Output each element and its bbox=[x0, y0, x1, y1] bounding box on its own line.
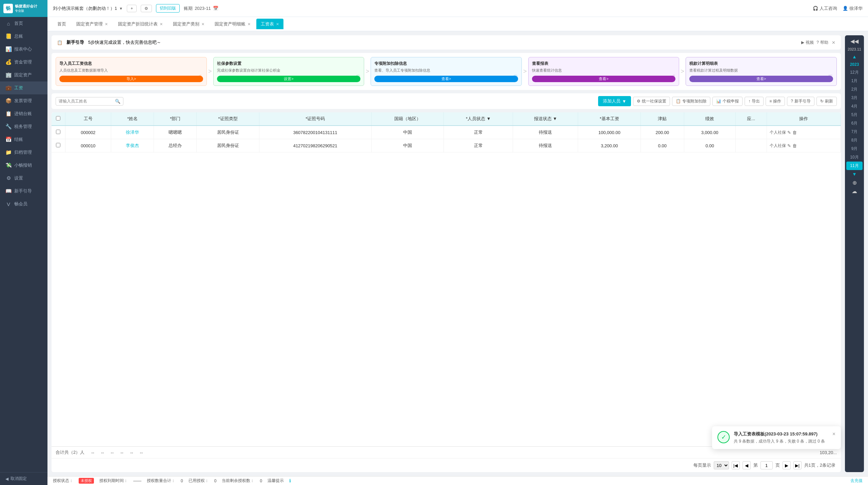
month-item-4月[interactable]: 4月 bbox=[846, 102, 863, 111]
toolbar-btn-新手引导[interactable]: ?新手引导 bbox=[787, 97, 814, 106]
tab-close-button[interactable]: ✕ bbox=[201, 22, 204, 26]
tab-首页[interactable]: 首页 bbox=[53, 19, 71, 29]
page-number-input[interactable] bbox=[761, 461, 773, 469]
tab-close-button[interactable]: ✕ bbox=[160, 22, 163, 26]
month-up-button[interactable]: ▲ bbox=[851, 53, 857, 60]
toolbar-btn-label: 导出 bbox=[752, 98, 760, 104]
action-social-security[interactable]: 个人社保 bbox=[770, 130, 786, 135]
last-page-button[interactable]: ▶| bbox=[793, 461, 802, 469]
notification-content: 导入工资表模板(2023-03-23 15:07:59.897) 共 9 条数据… bbox=[734, 431, 828, 444]
video-button[interactable]: ▶ 视频 bbox=[801, 40, 814, 45]
sidebar-item-小畅报销[interactable]: 💸小畅报销 bbox=[0, 159, 47, 172]
month-item-9月[interactable]: 9月 bbox=[846, 145, 863, 153]
switch-version-button[interactable]: 切到旧版 bbox=[156, 4, 180, 13]
nav-icon: 📒 bbox=[5, 33, 12, 39]
toolbar-btn-刷新[interactable]: ↻刷新 bbox=[816, 97, 837, 106]
month-item-2月[interactable]: 2月 bbox=[846, 85, 863, 94]
calendar-icon[interactable]: 📅 bbox=[213, 6, 218, 11]
employee-name-link[interactable]: 李俊杰 bbox=[126, 143, 139, 148]
toolbar-btn-操作[interactable]: ≡操作 bbox=[766, 97, 785, 106]
tab-close-button[interactable]: ✕ bbox=[276, 22, 279, 26]
month-item-6月[interactable]: 6月 bbox=[846, 119, 863, 128]
guide-close-button[interactable]: ✕ bbox=[832, 40, 835, 45]
summary-dash-4: -- bbox=[120, 450, 123, 455]
sidebar-item-结账[interactable]: 📅结账 bbox=[0, 133, 47, 146]
sidebar-item-总账[interactable]: 📒总账 bbox=[0, 30, 47, 43]
sidebar-item-设置[interactable]: ⚙设置 bbox=[0, 172, 47, 185]
sidebar-item-归档管理[interactable]: 📁归档管理 bbox=[0, 146, 47, 159]
year-label-item[interactable]: 2023 bbox=[846, 61, 863, 68]
step-btn[interactable]: 查看> bbox=[689, 76, 833, 82]
nav-label: 资金管理 bbox=[14, 59, 32, 65]
panel-collapse-button[interactable]: ◀◀ bbox=[850, 38, 859, 44]
sidebar-item-进销台账[interactable]: 📋进销台账 bbox=[0, 107, 47, 120]
toolbar-btn-个税申报[interactable]: 📊个税申报 bbox=[712, 97, 743, 106]
notification-close-button[interactable]: × bbox=[832, 431, 835, 437]
toolbar-btn-icon: 📊 bbox=[716, 99, 721, 104]
cell-report-status: 待报送 bbox=[513, 126, 578, 139]
tab-固定资产明细账[interactable]: 固定资产明细账✕ bbox=[210, 19, 255, 29]
row-checkbox[interactable] bbox=[56, 130, 60, 134]
add-account-button[interactable]: + bbox=[127, 5, 137, 12]
sidebar-item-资金管理[interactable]: 💰资金管理 bbox=[0, 56, 47, 69]
sidebar-item-畅会员[interactable]: V畅会员 bbox=[0, 198, 47, 210]
action-edit-icon[interactable]: ✎ bbox=[787, 130, 791, 135]
prev-page-button[interactable]: ◀ bbox=[743, 461, 751, 469]
month-item-1月[interactable]: 1月 bbox=[846, 77, 863, 85]
action-edit-icon[interactable]: ✎ bbox=[787, 143, 791, 148]
month-item-11月[interactable]: 11月 bbox=[846, 162, 863, 170]
step-btn[interactable]: 导入> bbox=[59, 76, 203, 82]
add-person-button[interactable]: 添加人员 ▼ bbox=[598, 96, 631, 106]
search-input[interactable] bbox=[59, 99, 113, 104]
cancel-pin-button[interactable]: ◀ 取消固定 bbox=[0, 472, 47, 485]
tab-close-button[interactable]: ✕ bbox=[105, 22, 108, 26]
nav-icon: ⚙ bbox=[5, 175, 12, 181]
first-page-button[interactable]: |◀ bbox=[732, 461, 740, 469]
toolbar-btn-label: 操作 bbox=[773, 98, 781, 104]
toolbar-btn-导出[interactable]: ↑导出 bbox=[745, 97, 764, 106]
step-btn[interactable]: 查看> bbox=[532, 76, 676, 82]
toolbar-btn-统一社保设置[interactable]: ⚙统一社保设置 bbox=[633, 97, 670, 106]
cancel-pin-label: 取消固定 bbox=[11, 476, 27, 482]
sidebar-item-首页[interactable]: ⌂首页 bbox=[0, 17, 47, 30]
used-value: 0 bbox=[214, 479, 217, 483]
month-item-12月[interactable]: 12月 bbox=[846, 68, 863, 77]
next-page-button[interactable]: ▶ bbox=[783, 461, 791, 469]
sidebar-item-固定资产[interactable]: 🏢固定资产 bbox=[0, 69, 47, 81]
help-button[interactable]: ? 帮助 bbox=[816, 40, 828, 45]
month-down-button[interactable]: ▼ bbox=[851, 171, 857, 178]
action-social-security[interactable]: 个人社保 bbox=[770, 143, 786, 149]
per-page-select[interactable]: 10 20 50 bbox=[714, 461, 729, 469]
account-selector[interactable]: 刘小艳演示账套（勿删勿动！）1 ▼ bbox=[53, 5, 123, 12]
sidebar-item-新手引导[interactable]: 📖新手引导 bbox=[0, 185, 47, 198]
sidebar-item-工资[interactable]: 💼工资 bbox=[0, 81, 47, 94]
settings-button[interactable]: ⚙ bbox=[141, 5, 152, 12]
tab-固定资产管理[interactable]: 固定资产管理✕ bbox=[72, 19, 112, 29]
assistant-button[interactable]: 🎧 人工咨询 bbox=[813, 5, 837, 12]
step-btn[interactable]: 查看> bbox=[374, 76, 518, 82]
toolbar-btn-专项附加扣除[interactable]: 📋专项附加扣除 bbox=[672, 97, 710, 106]
select-all-checkbox[interactable] bbox=[56, 116, 60, 120]
sidebar-item-报表中心[interactable]: 📊报表中心 bbox=[0, 43, 47, 56]
month-item-8月[interactable]: 8月 bbox=[846, 136, 863, 145]
action-delete-icon[interactable]: 🗑 bbox=[792, 143, 797, 148]
step-btn[interactable]: 设置> bbox=[217, 76, 361, 82]
tab-固定资产折旧统计表[interactable]: 固定资产折旧统计表✕ bbox=[114, 19, 167, 29]
tab-固定资产类别[interactable]: 固定资产类别✕ bbox=[169, 19, 209, 29]
tab-close-button[interactable]: ✕ bbox=[248, 22, 251, 26]
row-checkbox[interactable] bbox=[56, 143, 60, 147]
cell-base-salary: 100,000.00 bbox=[578, 126, 641, 139]
user-profile[interactable]: 👤 徐泽华 bbox=[843, 5, 863, 12]
month-item-7月[interactable]: 7月 bbox=[846, 128, 863, 136]
sidebar-item-发票管理[interactable]: 📦发票管理 bbox=[0, 94, 47, 107]
step-title: 导入员工工资信息 bbox=[59, 61, 203, 67]
action-delete-icon[interactable]: 🗑 bbox=[792, 130, 797, 135]
tab-工资表[interactable]: 工资表✕ bbox=[256, 19, 283, 29]
tab-label: 固定资产折旧统计表 bbox=[118, 21, 158, 27]
employee-name-link[interactable]: 徐泽华 bbox=[126, 130, 139, 135]
month-item-3月[interactable]: 3月 bbox=[846, 94, 863, 102]
sidebar-item-税务管理[interactable]: 🔧税务管理 bbox=[0, 120, 47, 133]
goto-auth-link[interactable]: 去充值 bbox=[850, 478, 863, 484]
month-item-10月[interactable]: 10月 bbox=[846, 153, 863, 162]
month-item-5月[interactable]: 5月 bbox=[846, 111, 863, 119]
